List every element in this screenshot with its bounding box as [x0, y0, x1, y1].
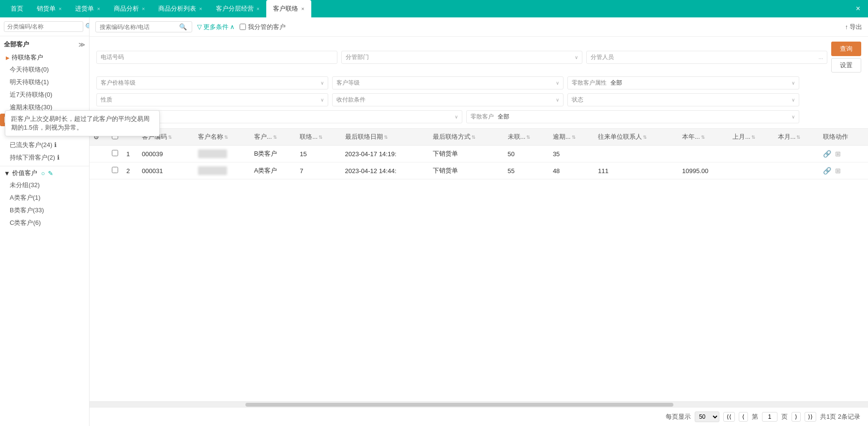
page-number-input[interactable]: [762, 412, 777, 422]
close-customer-contact[interactable]: ×: [301, 0, 304, 17]
nav-customer-contact[interactable]: 客户联络 ×: [266, 0, 311, 17]
sidebar-group-pending[interactable]: ▶ 待联络客户: [0, 51, 89, 63]
branch-person-field[interactable]: 分管人员 ...: [586, 51, 827, 64]
more-conditions-btn[interactable]: ▽ 更多条件 ∧: [197, 23, 235, 31]
sidebar-item-tomorrow-pending[interactable]: 明天待联络(1): [0, 76, 89, 88]
nav-purchase-order[interactable]: 进货单 ×: [68, 0, 107, 17]
sort-icon-date: ⇅: [384, 134, 388, 140]
scrollbar-thumb[interactable]: [245, 403, 673, 407]
branch-dept-field[interactable]: 分管部门 ∨: [341, 51, 582, 64]
price-tier-field[interactable]: 客户价格等级 ∨: [96, 76, 328, 89]
close-product-analysis-list[interactable]: ×: [199, 0, 202, 17]
cell-customer-type: A类客户: [250, 162, 296, 179]
col-customer-type[interactable]: 客户...⇅: [250, 129, 296, 146]
last-page-button[interactable]: ⟩⟩: [805, 412, 816, 422]
sort-icon-method: ⇅: [472, 134, 475, 140]
sort-icon-code: ⇅: [168, 134, 172, 140]
search-input[interactable]: [100, 24, 177, 30]
sidebar-search-input[interactable]: [4, 21, 83, 32]
phone-input[interactable]: [126, 54, 333, 60]
sidebar-item-today-pending[interactable]: 今天待联络(0): [0, 63, 89, 76]
export-button[interactable]: ↑ 导出: [845, 23, 863, 31]
action-link-icon[interactable]: 🔗: [823, 167, 831, 175]
col-contacts[interactable]: 联络...⇅: [296, 129, 341, 146]
nav-home[interactable]: 首页: [4, 0, 30, 17]
per-page-label: 每页显示: [666, 412, 691, 421]
cell-customer-type: B类客户: [250, 146, 296, 162]
close-customer-tier[interactable]: ×: [257, 0, 259, 17]
sidebar-group-value[interactable]: ▼ 价值客户 ○ ✎: [0, 166, 89, 179]
col-last-contact-date[interactable]: 最后联络日期⇅: [341, 129, 429, 146]
col-last-contact-method[interactable]: 最后联络方式⇅: [429, 129, 503, 146]
contact-method-link[interactable]: 下销货单: [433, 150, 458, 157]
col-unit-contact[interactable]: 往来单位联系人⇅: [594, 129, 678, 146]
my-customers-checkbox[interactable]: [240, 24, 246, 30]
sidebar-item-churned[interactable]: 已流失客户(24) ℹ: [0, 139, 89, 151]
sidebar-item-ungrouped[interactable]: 未分组(32): [0, 179, 89, 191]
window-close-button[interactable]: ×: [852, 4, 864, 13]
action-grid-icon[interactable]: ⊞: [835, 167, 841, 175]
prev-page-button[interactable]: ⟨: [739, 412, 748, 422]
sidebar-collapse-icon[interactable]: ≫: [78, 41, 85, 48]
row-checkbox[interactable]: [112, 150, 118, 156]
horizontal-scrollbar[interactable]: [90, 401, 868, 407]
col-customer-name[interactable]: 客户名称⇅: [194, 129, 250, 146]
row-checkbox[interactable]: [112, 167, 118, 173]
tooltip-box: 距客户上次交易时长，超过了此客户的平均交易周期的1.5倍，则视为异常。: [5, 110, 90, 136]
col-last-month[interactable]: 上月...⇅: [729, 129, 774, 146]
nav-product-analysis-list[interactable]: 商品分析列表 ×: [152, 0, 209, 17]
sort-icon-this-month: ⇅: [796, 134, 800, 140]
cell-unit-contact: [594, 146, 678, 162]
per-page-select[interactable]: 50 20 100: [695, 411, 719, 422]
cell-this-month: [774, 162, 819, 179]
cell-uncontacted: 50: [504, 146, 549, 162]
sidebar-item-a-class[interactable]: A类客户(1): [0, 191, 89, 204]
customer-tier-field[interactable]: 客户等级 ∨: [332, 76, 564, 89]
sidebar: 🔍 全部客户 ≫ ▶ 待联络客户 今天待联络(0) 明天待联络(1) 近7天待联…: [0, 17, 90, 426]
filter-bar: 🔍 ▽ 更多条件 ∧ 我分管的客户 ↑ 导出: [90, 17, 868, 37]
filter-row-3: 性质 ∨ 收付款条件 ∨ 状态 ∨: [96, 93, 861, 106]
col-this-month[interactable]: 本月...⇅: [774, 129, 819, 146]
cell-last-month: [729, 162, 774, 179]
sidebar-search-icon[interactable]: 🔍: [85, 23, 90, 30]
content-area: 🔍 ▽ 更多条件 ∧ 我分管的客户 ↑ 导出 电话号码: [90, 17, 868, 426]
cell-contacts: 15: [296, 146, 341, 162]
cell-last-month: [729, 146, 774, 162]
sidebar-item-b-class[interactable]: B类客户(33): [0, 204, 89, 217]
close-product-analysis[interactable]: ×: [142, 0, 145, 17]
close-purchase-order[interactable]: ×: [97, 0, 100, 17]
chevron-up-icon: ∧: [230, 23, 235, 30]
action-grid-icon[interactable]: ⊞: [835, 150, 841, 158]
col-action: 联络动作: [819, 129, 868, 146]
contact-method-link[interactable]: 下销货单: [433, 167, 458, 174]
first-page-button[interactable]: ⟨⟨: [723, 412, 735, 422]
col-uncontacted[interactable]: 未联...⇅: [504, 129, 549, 146]
cell-settings: [90, 162, 107, 179]
retail-customer-field[interactable]: 零散客户 全部 ∨: [466, 110, 799, 123]
nature-field[interactable]: 性质 ∨: [96, 93, 328, 106]
next-page-button[interactable]: ⟩: [792, 412, 801, 422]
search-icon[interactable]: 🔍: [179, 23, 187, 30]
action-link-icon[interactable]: 🔗: [823, 150, 831, 158]
nav-customer-tier[interactable]: 客户分层经营 ×: [209, 0, 266, 17]
cell-num: 1: [122, 146, 138, 162]
sidebar-item-declining[interactable]: 持续下滑客户(2) ℹ: [0, 151, 89, 164]
phone-field: 电话号码: [96, 51, 337, 64]
cell-last-contact-date: 2023-04-17 14:19:: [341, 146, 429, 162]
status-field[interactable]: 状态 ∨: [567, 93, 799, 106]
nav-sales-order[interactable]: 销货单 ×: [30, 0, 68, 17]
sidebar-item-c-class[interactable]: C类客户(6): [0, 217, 89, 229]
customer-type-field[interactable]: 客户类型 ∨: [129, 110, 462, 123]
col-overdue[interactable]: 逾期...⇅: [549, 129, 594, 146]
settings-button[interactable]: 设置: [831, 58, 861, 73]
retail-attr-field[interactable]: 零散客户属性 全部 ∨: [567, 76, 799, 89]
close-sales-order[interactable]: ×: [59, 0, 61, 17]
nav-product-analysis[interactable]: 商品分析 ×: [107, 0, 152, 17]
total-info: 共1页 2条记录: [820, 412, 860, 421]
query-button[interactable]: 查询: [831, 42, 861, 56]
payment-terms-field[interactable]: 收付款条件 ∨: [332, 93, 564, 106]
sidebar-item-7days-pending[interactable]: 近7天待联络(0): [0, 88, 89, 101]
col-this-year[interactable]: 本年...⇅: [678, 129, 729, 146]
table-header-row: ⚙ 客户编码⇅ 客户名称⇅ 客户...⇅: [90, 129, 868, 146]
cell-num: 2: [122, 162, 138, 179]
